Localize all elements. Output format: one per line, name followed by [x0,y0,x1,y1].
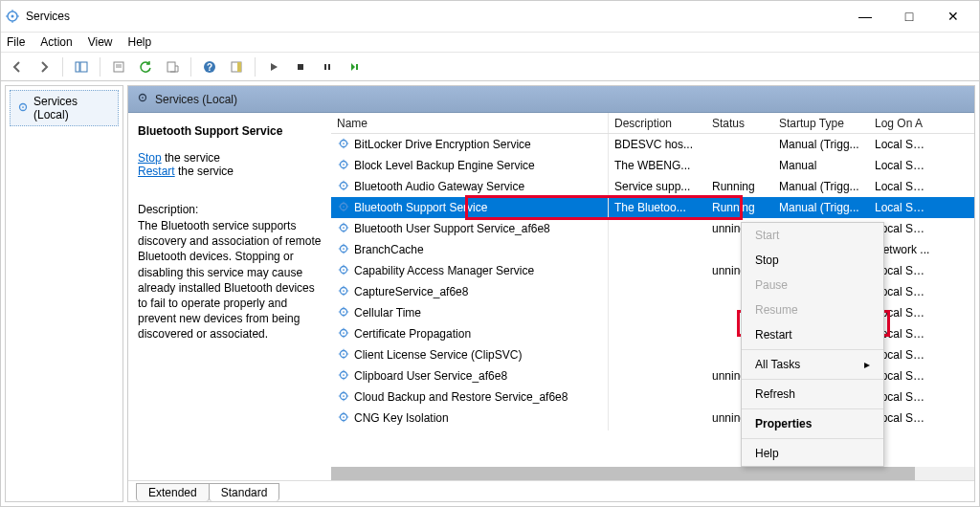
service-desc: The Bluetoo... [609,197,706,218]
ctx-restart[interactable]: Restart [742,322,883,347]
titlebar: Services — □ ✕ [1,1,979,32]
description-label: Description: [138,203,322,216]
menu-file[interactable]: File [7,35,25,49]
col-description[interactable]: Description [609,113,706,133]
service-name: BitLocker Drive Encryption Service [354,138,531,151]
ctx-separator [742,438,883,439]
col-logon[interactable]: Log On A [869,113,936,133]
action-pane-button[interactable] [226,56,247,77]
ctx-separator [742,349,883,350]
stop-tail: the service [162,151,220,165]
service-row[interactable]: BitLocker Drive Encryption ServiceBDESVC… [331,134,974,155]
service-logon: Local Ser... [869,197,936,218]
ctx-resume: Resume [742,298,883,322]
ctx-stop[interactable]: Stop [742,248,883,273]
ctx-properties[interactable]: Properties [742,411,883,436]
gear-icon [337,284,350,300]
col-startup[interactable]: Startup Type [773,113,869,133]
help-button[interactable]: ? [199,56,220,77]
pane-header: Services (Local) [128,86,974,113]
svg-rect-16 [298,64,303,70]
gear-icon [337,347,350,364]
menubar: File Action View Help [1,32,979,53]
tab-standard[interactable]: Standard [209,483,280,501]
svg-rect-7 [80,62,87,72]
service-name: Clipboard User Service_af6e8 [354,369,507,383]
service-startup: Manual (Trigg... [773,197,869,218]
restart-service-button[interactable] [344,56,365,77]
tab-extended[interactable]: Extended [136,483,210,501]
scrollbar-thumb[interactable] [331,467,915,480]
service-desc [609,372,706,380]
service-name: Client License Service (ClipSVC) [354,348,522,362]
service-logon: Local Ser... [869,176,936,197]
service-name: Bluetooth User Support Service_af6e8 [354,222,550,235]
description-text: The Bluetooth service supports discovery… [138,218,322,342]
main-pane: Services (Local) Bluetooth Support Servi… [127,85,975,502]
ctx-help[interactable]: Help [742,441,883,466]
service-status: Running [706,197,773,218]
col-name[interactable]: Name [331,113,609,133]
start-service-button[interactable] [263,56,284,77]
export-button[interactable] [162,56,183,77]
gear-icon [337,305,350,321]
pause-service-button[interactable] [317,56,338,77]
ctx-separator [742,379,883,380]
service-desc [609,267,706,275]
tree-root[interactable]: Services (Local) [10,90,119,126]
show-hide-tree-button[interactable] [71,56,92,77]
svg-rect-11 [167,62,175,72]
gear-icon [337,158,350,174]
restart-tail: the service [175,165,234,178]
service-row[interactable]: Bluetooth Support ServiceThe Bluetoo...R… [331,197,974,218]
back-button[interactable] [7,56,28,77]
refresh-button[interactable] [135,56,156,77]
stop-link[interactable]: Stop [138,151,162,165]
forward-button[interactable] [33,56,55,77]
svg-rect-17 [324,64,326,70]
service-status [706,141,773,148]
maximize-button[interactable]: □ [887,1,931,32]
stop-service-button[interactable] [290,56,311,77]
gear-icon [337,263,350,279]
svg-rect-15 [237,62,241,72]
service-desc [609,330,706,338]
gear-icon [337,179,350,195]
chevron-right-icon: ▸ [864,358,870,371]
menu-action[interactable]: Action [40,35,72,49]
service-name: Block Level Backup Engine Service [354,159,535,172]
svg-point-73 [343,311,345,313]
svg-point-1 [11,15,14,18]
services-icon [136,91,149,107]
service-desc: BDESVC hos... [609,134,706,155]
minimize-button[interactable]: — [843,1,887,32]
tree-root-label: Services (Local) [33,95,112,121]
close-button[interactable]: ✕ [931,1,975,32]
horizontal-scrollbar[interactable] [331,467,974,480]
col-status[interactable]: Status [706,113,773,133]
window-title: Services [26,10,70,23]
svg-point-67 [343,290,345,292]
ctx-alltasks[interactable]: All Tasks▸ [742,352,883,377]
service-row[interactable]: Bluetooth Audio Gateway ServiceService s… [331,176,974,197]
ctx-refresh[interactable]: Refresh [742,382,883,407]
service-desc [609,288,706,296]
toolbar: ? [1,53,979,81]
properties-button[interactable] [108,56,129,77]
svg-rect-19 [356,64,358,70]
workspace: Services (Local) Services (Local) Blueto… [1,81,979,506]
svg-point-55 [343,248,345,250]
service-desc [609,246,706,254]
svg-point-49 [343,227,345,229]
service-logon: Local Sys... [869,155,936,176]
menu-help[interactable]: Help [128,35,152,49]
pane-header-title: Services (Local) [155,93,237,106]
svg-point-43 [343,206,345,208]
restart-link[interactable]: Restart [138,165,175,178]
ctx-separator [742,408,883,409]
menu-view[interactable]: View [88,35,113,49]
gear-icon [337,326,350,342]
service-row[interactable]: Block Level Backup Engine ServiceThe WBE… [331,155,974,176]
gear-icon [337,200,350,216]
svg-point-97 [343,395,345,397]
